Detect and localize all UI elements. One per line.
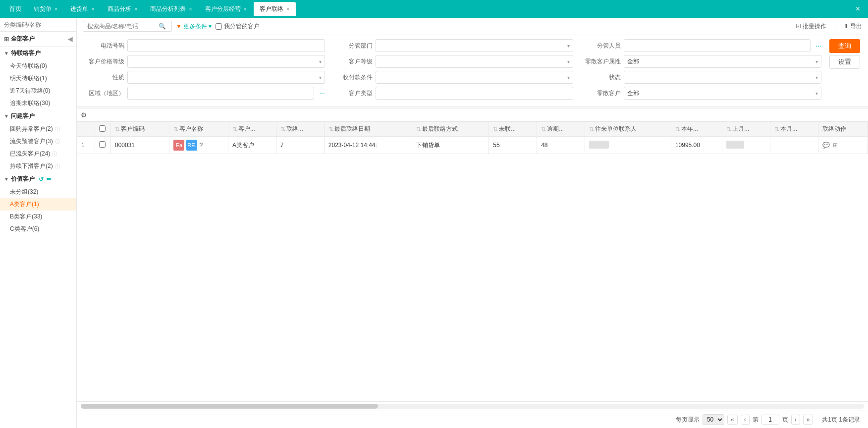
info-icon-1: ⓘ [55, 138, 60, 145]
contact-person-placeholder [589, 141, 609, 149]
filter-select-price-grade[interactable]: ▾ [127, 55, 325, 68]
sidebar-item-classB[interactable]: B类客户(33) [0, 211, 76, 223]
filter-mine-checkbox-area[interactable]: 我分管的客户 [216, 22, 260, 31]
per-page-label: 每页显示 [676, 416, 700, 424]
filter-select-retail[interactable]: 全部 ▾ [624, 87, 821, 100]
close-all-tabs[interactable]: × [852, 4, 864, 13]
cell-overdue: 48 [537, 137, 585, 154]
sidebar-all-customers-header: ⊞ 全部客户 ◀ [0, 32, 76, 47]
close-tab-0[interactable]: × [54, 6, 57, 12]
filter-mine-checkbox[interactable] [216, 23, 222, 30]
query-button[interactable]: 查询 [829, 39, 860, 53]
filter-input-customer-type[interactable] [376, 87, 573, 100]
filter-select-customer-grade[interactable]: ▾ [376, 55, 573, 68]
table-toolbar: ⚙ [77, 109, 868, 121]
col-code: ⇅ 客户编码 [111, 122, 169, 137]
nav-home[interactable]: 首页 [4, 4, 27, 13]
nav-tab-5[interactable]: 客户联络 × [254, 2, 295, 16]
filter-label-retail-attr: 零散客户属性 [581, 57, 621, 66]
filter-input-region[interactable] [127, 87, 314, 100]
prev-btn[interactable]: ‹ [741, 415, 750, 425]
filter-row-3: 性质 ▾ 收付款条件 ▾ [85, 71, 821, 84]
sidebar-item-lost[interactable]: 已流失客户(24) ⓘ [0, 148, 76, 160]
filter-cell-retail: 零散客户 全部 ▾ [581, 87, 821, 100]
next-group-btn[interactable]: » [803, 415, 814, 425]
filter-cell-customer-type: 客户类型 [333, 87, 573, 100]
scrollbar-thumb[interactable] [81, 404, 378, 409]
per-page-select[interactable]: 50 [703, 414, 724, 425]
info-icon-3: ⓘ [55, 163, 60, 170]
close-tab-1[interactable]: × [91, 6, 94, 12]
more-dots-icon[interactable]: ··· [815, 42, 821, 50]
filter-input-manager[interactable] [624, 39, 811, 52]
sidebar-item-declining[interactable]: 持续下滑客户(2) ⓘ [0, 160, 76, 172]
sidebar-item-7days[interactable]: 近7天待联络(0) [0, 85, 76, 97]
col-checkbox [95, 122, 111, 137]
sidebar-item-abnormal[interactable]: 回购异常客户(2) ⓘ [0, 123, 76, 135]
filter-select-dept[interactable]: ▾ [376, 39, 573, 52]
chevron-down-icon-3: ▾ [567, 59, 570, 64]
filter-cell-region: 区域（地区） ··· [85, 87, 325, 100]
nav-tab-1[interactable]: 进货单 × [64, 2, 100, 16]
sidebar-item-unclassified[interactable]: 未分组(32) [0, 186, 76, 198]
sidebar-group-value[interactable]: ▼ 价值客户 ↺ ✏ [0, 172, 76, 186]
more-dots-icon-2[interactable]: ··· [319, 89, 325, 97]
col-last-contact-method: ⇅ 最后联络方式 [412, 122, 488, 137]
prev-group-btn[interactable]: « [727, 415, 738, 425]
customer-table: ⇅ 客户编码 ⇅ 客户名称 [77, 121, 868, 154]
col-this-month: ⇅ 本月... [770, 122, 818, 137]
settings-button[interactable]: 设置 [829, 55, 860, 69]
sort-icon: ⇅ [115, 126, 120, 133]
nav-tab-2[interactable]: 商品分析 × [102, 2, 143, 16]
row-checkbox[interactable] [99, 141, 106, 148]
sidebar-item-warning[interactable]: 流失预警客户(3) ⓘ [0, 135, 76, 148]
export-btn[interactable]: ⬆ 导出 [844, 22, 862, 31]
page-input[interactable] [761, 415, 779, 425]
sidebar-group-problem[interactable]: ▼ 问题客户 [0, 109, 76, 123]
nav-tab-3[interactable]: 商品分析列表 × [144, 2, 198, 16]
contact-method-link[interactable]: 下销货单 [416, 142, 440, 149]
filter-more-btn[interactable]: ▼ 更多条件 ▾ [176, 22, 212, 31]
sidebar-group-pending-contact[interactable]: ▼ 待联络客户 [0, 47, 76, 60]
filter-input-phone[interactable] [127, 39, 325, 52]
qr-icon[interactable]: ⊞ [833, 142, 838, 149]
sort-icon-3: ⇅ [232, 126, 237, 133]
sort-icon-8: ⇅ [541, 126, 546, 133]
cell-customer-type: A类客户 [228, 137, 276, 154]
sidebar-item-today[interactable]: 今天待联络(0) [0, 60, 76, 72]
filter-select-nature[interactable]: ▾ [127, 71, 325, 84]
filter-search-input[interactable] [87, 23, 157, 30]
filter-cell-customer-grade: 客户等级 ▾ [333, 55, 573, 68]
filter-select-retail-attr[interactable]: 全部 ▾ [624, 55, 821, 68]
edit-group-icon[interactable]: ✏ [47, 176, 52, 183]
select-all-checkbox[interactable] [99, 125, 106, 132]
gear-settings-icon[interactable]: ⚙ [81, 111, 87, 119]
add-group-icon[interactable]: ↺ [39, 176, 44, 183]
nav-tab-0[interactable]: 销货单 × [28, 2, 63, 16]
batch-operation-btn[interactable]: ☑ 批量操作 [796, 22, 826, 31]
cell-code: 000031 [111, 137, 169, 154]
close-tab-2[interactable]: × [134, 6, 137, 12]
filter-cell-status: 状态 ▾ [581, 71, 821, 84]
cell-not-contacted: 55 [489, 137, 537, 154]
divider: | [834, 23, 836, 30]
sidebar-search-input[interactable] [4, 21, 77, 28]
close-tab-3[interactable]: × [189, 6, 192, 12]
sidebar-item-overdue[interactable]: 逾期未联络(30) [0, 97, 76, 109]
sidebar-item-classC[interactable]: C类客户(6) [0, 223, 76, 235]
filter-select-status[interactable]: ▾ [624, 71, 821, 84]
next-btn[interactable]: › [791, 415, 800, 425]
sidebar-collapse-icon[interactable]: ◀ [68, 36, 72, 43]
close-tab-4[interactable]: × [244, 6, 247, 12]
name-suffix: ? [199, 142, 203, 149]
filter-label-nature: 性质 [85, 73, 124, 82]
close-tab-5[interactable]: × [286, 6, 289, 12]
chat-icon[interactable]: 💬 [822, 142, 830, 149]
sidebar-item-tomorrow[interactable]: 明天待联络(1) [0, 72, 76, 85]
cell-contact-person [585, 137, 671, 154]
filter-select-payment[interactable]: ▾ [376, 71, 573, 84]
nav-tab-4[interactable]: 客户分层经营 × [199, 2, 253, 16]
sidebar-item-classA[interactable]: A类客户(1) [0, 198, 76, 211]
top-nav: 首页 销货单 × 进货单 × 商品分析 × 商品分析列表 × 客户分层经营 × … [0, 0, 868, 18]
sort-icon-12: ⇅ [774, 126, 779, 133]
